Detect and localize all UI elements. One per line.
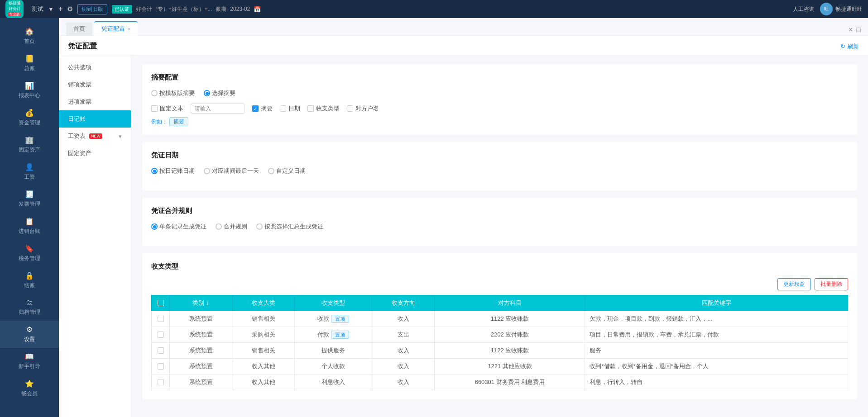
top-bar-right: 人工咨询 旺 畅捷通旺旺 (793, 3, 863, 15)
tax-icon: 🔖 (25, 244, 34, 253)
left-menu-item-journal[interactable]: 日记账 (59, 110, 131, 128)
voucher-date-section: 凭证日期 按日记账日期 对应期间最后一天 自定义日期 (142, 142, 857, 190)
pin-tag[interactable]: 置顶 (331, 331, 349, 339)
radio-circle-custom (268, 168, 274, 174)
sidebar-item-invoice-mgmt[interactable]: 🧾 发票管理 (0, 185, 59, 213)
tab-expand-button[interactable]: □ (856, 26, 861, 34)
th-major-category: 收支大类 (232, 295, 295, 311)
cell-counterpart: 660301 财务费用 利息费用 (435, 374, 585, 390)
cell-checkbox[interactable] (152, 327, 170, 343)
sidebar-item-home[interactable]: 🏠 首页 (0, 23, 59, 50)
cell-keyword: 项目，日常费用，报销款，车费，承兑汇票，付款 (585, 327, 848, 343)
row-checkbox[interactable] (158, 379, 164, 385)
row-checkbox[interactable] (158, 347, 164, 354)
checkbox-fixed-text[interactable]: 固定文本 (151, 104, 183, 113)
checkbox-payment-type[interactable]: 收支类型 (307, 104, 340, 113)
row-checkbox[interactable] (158, 332, 164, 338)
radio-custom-date[interactable]: 自定义日期 (268, 167, 306, 175)
th-counterpart-account: 对方科目 (435, 295, 585, 311)
user-profile[interactable]: 旺 畅捷通旺旺 (820, 3, 863, 15)
header-checkbox[interactable] (158, 300, 164, 306)
th-type: 收支类型 (295, 295, 372, 311)
row-checkbox[interactable] (158, 316, 164, 322)
radio-circle-merge (216, 223, 222, 230)
left-menu-label-public: 公共选项 (68, 63, 91, 71)
cell-checkbox[interactable] (152, 359, 170, 374)
left-menu-item-public[interactable]: 公共选项 (59, 59, 131, 76)
archive-icon: 🗂 (26, 299, 33, 307)
left-menu-item-fixed-assets[interactable]: 固定资产 (59, 145, 131, 162)
sidebar-label-tax: 税务管理 (19, 255, 40, 262)
sidebar-item-reports[interactable]: 📊 报表中心 (0, 77, 59, 104)
radio-summary-generate[interactable]: 按照选择汇总生成凭证 (256, 223, 323, 231)
left-menu-label-sales-invoice: 销项发票 (68, 81, 91, 89)
cell-checkbox[interactable] (152, 374, 170, 390)
radio-single-record[interactable]: 单条记录生成凭证 (151, 223, 206, 231)
example-prefix: 例如： (151, 118, 168, 125)
refresh-button[interactable]: ↻ 刷新 (840, 43, 859, 51)
tab-close-button[interactable]: × (128, 26, 130, 32)
checkbox-date[interactable]: 日期 (280, 104, 300, 113)
fixed-text-input[interactable] (191, 104, 245, 114)
sidebar-item-sales[interactable]: 📋 进销台账 (0, 213, 59, 240)
left-menu-item-sales-invoice[interactable]: 销项发票 (59, 76, 131, 93)
sidebar-item-settings[interactable]: ⚙ 设置 (0, 321, 59, 348)
sidebar-item-guide[interactable]: 📖 新手引导 (0, 348, 59, 375)
table-row: 系统预置 收入其他 个人收款 收入 1221 其他应收款 收到*借款，收到*备用… (152, 359, 848, 374)
settings-sidebar-icon: ⚙ (26, 325, 33, 334)
sidebar-item-tax[interactable]: 🔖 税务管理 (0, 240, 59, 267)
left-menu-label-journal: 日记账 (68, 115, 86, 123)
summary-config-title: 摘要配置 (151, 73, 848, 82)
switch-version-button[interactable]: 切到旧版 (77, 4, 107, 14)
invoice-mgmt-icon: 🧾 (25, 190, 34, 199)
checkbox-counterpart[interactable]: 对方户名 (347, 104, 379, 113)
left-menu-item-payroll[interactable]: 工资表 NEW ▾ (59, 128, 131, 145)
sidebar-label-invoice-mgmt: 发票管理 (19, 200, 40, 208)
checkbox-summary[interactable]: ✓ 摘要 (252, 104, 273, 113)
cell-category: 系统预置 (170, 311, 232, 327)
merge-rules-section: 凭证合并规则 单条记录生成凭证 合并规则 按照选择汇总生成凭证 (142, 198, 857, 246)
th-category[interactable]: 类别 ↓ (170, 295, 232, 311)
radio-select-summary[interactable]: 选择摘要 (204, 89, 235, 97)
sidebar-item-archive[interactable]: 🗂 归档管理 (0, 294, 59, 321)
sidebar-item-assets[interactable]: 🏢 固定资产 (0, 131, 59, 158)
cell-category: 系统预置 (170, 343, 232, 359)
left-menu-item-purchase-invoice[interactable]: 进项发票 (59, 93, 131, 110)
sidebar-item-salary[interactable]: 👤 工资 (0, 158, 59, 185)
sidebar: 🏠 首页 📒 总账 📊 报表中心 💰 资金管理 🏢 固定资产 👤 工资 🧾 发票… (0, 18, 59, 417)
sidebar-item-ledger[interactable]: 📒 总账 (0, 50, 59, 77)
radio-template-summary[interactable]: 按模板版摘要 (151, 89, 195, 97)
pin-tag[interactable]: 置顶 (331, 315, 349, 323)
cell-checkbox[interactable] (152, 343, 170, 359)
checkbox-box-date (280, 105, 286, 112)
sidebar-item-close[interactable]: 🔒 结账 (0, 267, 59, 294)
dropdown-icon[interactable]: ▼ (48, 6, 54, 13)
radio-period-last-day[interactable]: 对应期间最后一天 (204, 167, 259, 175)
refresh-icon: ↻ (840, 43, 845, 50)
counterpart-label: 对方户名 (355, 104, 379, 113)
table-row: 系统预置 销售相关 收款 置顶 收入 1122 应收账款 欠款，现金，项目款，到… (152, 311, 848, 327)
row-checkbox[interactable] (158, 363, 164, 370)
cell-checkbox[interactable] (152, 311, 170, 327)
tab-close-window-button[interactable]: × (849, 26, 853, 34)
reports-icon: 📊 (25, 81, 34, 90)
sidebar-label-salary: 工资 (24, 173, 35, 181)
example-tag: 摘要 (169, 117, 188, 126)
cell-counterpart: 1122 应收账款 (435, 343, 585, 359)
update-button[interactable]: 更新权益 (777, 278, 811, 290)
radio-journal-date[interactable]: 按日记账日期 (151, 167, 195, 175)
sidebar-item-funds[interactable]: 💰 资金管理 (0, 104, 59, 131)
sidebar-item-member[interactable]: ⭐ 畅会员 (0, 375, 59, 402)
calendar-icon[interactable]: 📅 (254, 6, 261, 13)
batch-delete-button[interactable]: 批量删除 (815, 278, 848, 290)
guide-icon: 📖 (25, 352, 34, 361)
radio-merge-rule[interactable]: 合并规则 (216, 223, 247, 231)
settings-icon[interactable]: ⚙ (67, 5, 73, 13)
tab-voucher-config[interactable]: 凭证配置 × (94, 21, 138, 36)
example-row: 例如： 摘要 (151, 118, 848, 126)
cell-keyword: 利息，行转入，转自 (585, 374, 848, 390)
consult-button[interactable]: 人工咨询 (793, 5, 815, 13)
cell-major-category: 收入其他 (232, 359, 295, 374)
add-icon[interactable]: + (58, 5, 62, 13)
tab-home[interactable]: 首页 (66, 22, 92, 36)
